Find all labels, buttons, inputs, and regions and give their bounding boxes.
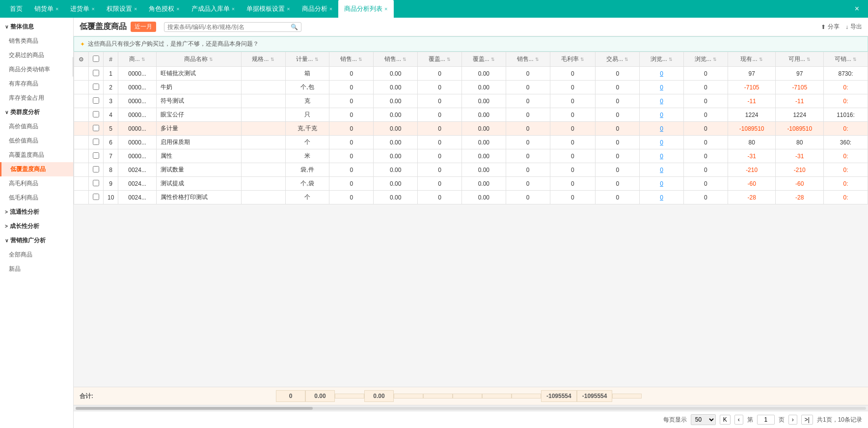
nav-purchase[interactable]: 进货单 × xyxy=(64,0,100,18)
nav-analysis-list-close[interactable]: × xyxy=(384,0,387,18)
sidebar-item-low-coverage[interactable]: 低覆盖度商品 xyxy=(0,162,73,176)
sidebar-item-sales-goods[interactable]: 销售类商品 xyxy=(0,34,73,48)
search-input[interactable] xyxy=(167,24,289,30)
row-checkbox[interactable] xyxy=(93,125,99,131)
next-page-button[interactable]: › xyxy=(788,415,797,425)
per-page-select[interactable]: 2050100200 xyxy=(691,414,716,425)
sidebar-item-high-margin[interactable]: 高毛利商品 xyxy=(0,176,73,191)
row-checkbox[interactable] xyxy=(93,111,99,117)
row-gross-rate: 0 xyxy=(550,122,596,136)
nav-sales-close[interactable]: × xyxy=(55,0,58,18)
scrollbar-thumb[interactable] xyxy=(76,407,313,410)
nav-sales[interactable]: 销货单 × xyxy=(28,0,64,18)
row-checkbox-cell[interactable] xyxy=(89,67,104,81)
checkbox-column-header[interactable] xyxy=(89,52,104,67)
nav-template-close[interactable]: × xyxy=(287,0,290,18)
nav-analysis-close[interactable]: × xyxy=(329,0,332,18)
row-checkbox[interactable] xyxy=(93,166,99,172)
row-checkbox[interactable] xyxy=(93,70,99,76)
nav-purchase-close[interactable]: × xyxy=(91,0,94,18)
spec-column-header[interactable]: 规格... ⇅ xyxy=(241,52,285,67)
browse1-column-header[interactable]: 浏览... ⇅ xyxy=(640,52,684,67)
share-button[interactable]: ⬆ 分享 xyxy=(821,23,840,31)
row-checkbox-cell[interactable] xyxy=(89,136,104,149)
date-badge[interactable]: 近一月 xyxy=(131,22,156,32)
window-close-button[interactable]: × xyxy=(850,4,864,13)
row-checkbox-cell[interactable] xyxy=(89,163,104,177)
sidebar-item-low-margin[interactable]: 低毛利商品 xyxy=(0,191,73,205)
browse2-column-header[interactable]: 浏览... ⇅ xyxy=(684,52,728,67)
sidebar-group-growth[interactable]: > 成长性分析 xyxy=(0,219,73,233)
name-column-header[interactable]: 商品名称 ⇅ xyxy=(156,52,241,67)
horizontal-scrollbar[interactable] xyxy=(74,405,868,411)
nav-analysis-list[interactable]: 商品分析列表 × xyxy=(338,0,393,18)
sidebar-item-all-goods[interactable]: 全部商品 xyxy=(0,248,73,262)
row-browse1[interactable]: 0 xyxy=(640,191,684,204)
sales-count-column-header[interactable]: 销售... ⇅ xyxy=(329,52,374,67)
row-checkbox-cell[interactable] xyxy=(89,122,104,136)
row-checkbox-cell[interactable] xyxy=(89,94,104,108)
search-icon[interactable]: 🔍 xyxy=(291,24,298,30)
row-checkbox-cell[interactable] xyxy=(89,81,104,94)
nav-home[interactable]: 首页 xyxy=(4,0,28,18)
sidebar-item-high-value[interactable]: 高价值商品 xyxy=(0,119,73,134)
current-column-header[interactable]: 现有... ⇅ xyxy=(728,52,776,67)
export-button[interactable]: ↓ 导出 xyxy=(845,23,862,31)
first-page-button[interactable]: K xyxy=(720,415,731,425)
row-checkbox-cell[interactable] xyxy=(89,108,104,122)
row-checkbox[interactable] xyxy=(93,84,99,90)
row-browse1[interactable]: 0 xyxy=(640,122,684,136)
gross-rate-column-header[interactable]: 毛利率 ⇅ xyxy=(550,52,596,67)
cover-rate-column-header[interactable]: 覆盖... ⇅ xyxy=(461,52,506,67)
row-browse1[interactable]: 0 xyxy=(640,177,684,191)
nav-product-storage-close[interactable]: × xyxy=(232,0,235,18)
nav-analysis[interactable]: 商品分析 × xyxy=(296,0,338,18)
row-browse1[interactable]: 0 xyxy=(640,108,684,122)
row-checkbox[interactable] xyxy=(93,180,99,186)
sidebar-item-high-coverage[interactable]: 高覆盖度商品 xyxy=(0,148,73,162)
nav-role-close[interactable]: × xyxy=(176,0,179,18)
nav-template[interactable]: 单据模板设置 × xyxy=(241,0,296,18)
row-browse1[interactable]: 0 xyxy=(640,67,684,81)
nav-role[interactable]: 角色授权 × xyxy=(143,0,185,18)
row-checkbox[interactable] xyxy=(93,194,99,200)
table-container: ⚙ # 商... ⇅ 商品名称 ⇅ 规格... ⇅ 计量... ⇅ 销售... … xyxy=(74,52,868,387)
sidebar-item-new-goods[interactable]: 新品 xyxy=(0,262,73,276)
sellable-column-header[interactable]: 可销... ⇅ xyxy=(824,52,868,67)
row-browse1[interactable]: 0 xyxy=(640,81,684,94)
unit-column-header[interactable]: 计量... ⇅ xyxy=(285,52,329,67)
row-browse1[interactable]: 0 xyxy=(640,149,684,163)
select-all-checkbox[interactable] xyxy=(93,56,99,62)
row-browse1[interactable]: 0 xyxy=(640,163,684,177)
sidebar-item-traded-goods[interactable]: 交易过的商品 xyxy=(0,48,73,62)
row-checkbox-cell[interactable] xyxy=(89,149,104,163)
sidebar-group-cluster[interactable]: ∨ 类群度分析 xyxy=(0,105,73,119)
nav-permission-close[interactable]: × xyxy=(134,0,137,18)
current-page-input[interactable]: 1 xyxy=(757,415,775,425)
sidebar-item-inventory-goods[interactable]: 有库存商品 xyxy=(0,77,73,91)
sidebar-item-category-sales-rate[interactable]: 商品分类动销率 xyxy=(0,62,73,77)
nav-permission[interactable]: 权限设置 × xyxy=(101,0,143,18)
available-column-header[interactable]: 可用... ⇅ xyxy=(776,52,824,67)
prev-page-button[interactable]: ‹ xyxy=(734,415,743,425)
row-checkbox[interactable] xyxy=(93,97,99,104)
row-browse1[interactable]: 0 xyxy=(640,94,684,108)
row-checkbox-cell[interactable] xyxy=(89,177,104,191)
sidebar-group-overall[interactable]: ∨ 整体信息 xyxy=(0,20,73,34)
row-browse1[interactable]: 0 xyxy=(640,136,684,149)
sidebar-item-low-value[interactable]: 低价值商品 xyxy=(0,134,73,148)
code-column-header[interactable]: 商... ⇅ xyxy=(118,52,156,67)
settings-column-header[interactable]: ⚙ xyxy=(74,52,89,67)
nav-product-storage[interactable]: 产成品入库单 × xyxy=(186,0,241,18)
last-page-button[interactable]: >| xyxy=(801,415,813,425)
sales-x-column-header[interactable]: 销售... ⇅ xyxy=(506,52,550,67)
row-checkbox[interactable] xyxy=(93,139,99,145)
cover-count-column-header[interactable]: 覆盖... ⇅ xyxy=(418,52,462,67)
sidebar-group-marketing[interactable]: ∨ 营销推广分析 xyxy=(0,233,73,248)
row-checkbox-cell[interactable] xyxy=(89,191,104,204)
row-checkbox[interactable] xyxy=(93,152,99,159)
trade-column-header[interactable]: 交易... ⇅ xyxy=(596,52,640,67)
sidebar-item-inventory-capital[interactable]: 库存资金占用 xyxy=(0,91,73,105)
sidebar-group-circulation[interactable]: > 流通性分析 xyxy=(0,205,73,219)
sales-amount-column-header[interactable]: 销售... ⇅ xyxy=(374,52,418,67)
